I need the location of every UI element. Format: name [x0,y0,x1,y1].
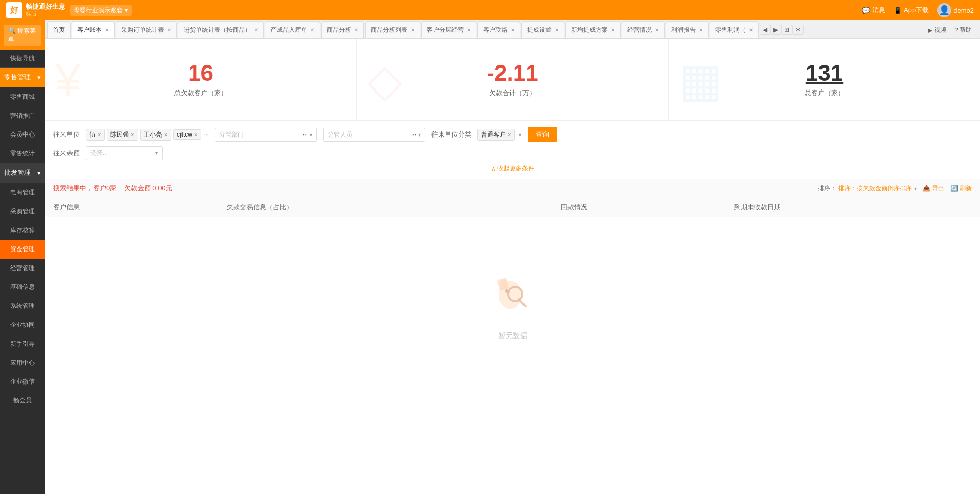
tab-close-retail-profit[interactable]: ✕ [749,27,753,33]
person-dropdown[interactable]: 分管人员 ··· ▾ [323,128,425,142]
tab-purchase-order[interactable]: 采购订单统计表 ✕ [116,21,177,38]
query-button[interactable]: 查询 [528,127,557,142]
refresh-btn[interactable]: 🔄 刷新 [950,184,972,193]
tab-nav-next[interactable]: ▶ [770,25,781,35]
col-credit-tx: 欠款交易信息（占比） [218,197,553,217]
sidebar-item-system[interactable]: 系统管理 [0,297,45,316]
unit-tag-chen-close[interactable]: ✕ [130,132,134,138]
sidebar-item-member-vip[interactable]: 畅会员 [0,391,45,410]
unit-tag-wu-close[interactable]: ✕ [97,132,101,138]
sidebar-item-members[interactable]: 会员中心 [0,125,45,144]
quick-nav-btn[interactable]: 快捷导航 [4,54,41,63]
tab-nav-prev[interactable]: ◀ [760,25,770,35]
tab-operation-status[interactable]: 经营情况 ✕ [622,21,665,38]
tab-close-customer-tier[interactable]: ✕ [467,27,471,33]
user-menu[interactable]: 👤 demo2 [937,3,974,17]
unit-tag-wang[interactable]: 王小亮 ✕ [140,129,171,141]
sidebar-item-inventory[interactable]: 库存核算 [0,221,45,240]
col-customer-info: 客户信息 [45,197,218,217]
top-bar-left: 好 畅捷通好生意 标版 母婴行业演示账套 ▾ [6,2,132,18]
unit-category-tag-normal[interactable]: 普通客户 ✕ [477,129,515,141]
table-header: 客户信息 欠款交易信息（占比） 回款情况 到期未收款日期 [45,197,980,217]
tab-expand-btn[interactable]: ⊞ [781,25,792,35]
tab-customer-book[interactable]: 客户账本 ✕ [72,21,115,38]
tab-cost-inbound[interactable]: 产成品入库单 ✕ [265,21,320,38]
export-btn[interactable]: 📤 导出 [923,184,944,193]
tab-retail-profit[interactable]: 零售利润（ ✕ [710,21,759,38]
message-btn[interactable]: 💬 消息 [862,6,885,15]
sidebar-item-operations[interactable]: 经营管理 [0,259,45,278]
user-avatar: 👤 [937,3,951,17]
sidebar-item-new-guide[interactable]: 新手引导 [0,334,45,353]
unit-tag-cjttcw-close[interactable]: ✕ [194,132,198,138]
stat-credit-customers-number[interactable]: 16 [188,62,213,84]
sidebar-item-marketing[interactable]: 营销推广 [0,106,45,125]
tab-close-operation[interactable]: ✕ [655,27,659,33]
tab-close-inbound[interactable]: ✕ [254,27,258,33]
balance-dropdown[interactable]: 选择... ▾ [86,146,163,160]
search-menu-btn[interactable]: 🔍 搜索菜单 [4,25,41,46]
stat-credit-customers-label: 总欠款客户（家） [174,88,227,98]
sidebar-item-retail-management[interactable]: 零售管理 ▾ [0,68,45,87]
stat-total-customers-number[interactable]: 131 [806,62,843,84]
tab-close-profit[interactable]: ✕ [699,27,703,33]
tab-close-new-improve[interactable]: ✕ [611,27,615,33]
tab-close-purchase-order[interactable]: ✕ [167,27,171,33]
tab-customer-contact[interactable]: 客户联络 ✕ [477,21,520,38]
empty-icon [487,264,538,325]
tab-inbound-stats[interactable]: 进货单统计表（按商品） ✕ [178,21,264,38]
tab-profit-report[interactable]: 利润报告 ✕ [666,21,709,38]
tab-goods-analysis[interactable]: 商品分析 ✕ [321,21,364,38]
tab-new-improve-plan[interactable]: 新增提成方案 ✕ [565,21,621,38]
unit-tag-cjttcw[interactable]: cjttcw ✕ [173,129,201,140]
logo-icon: 好 [6,2,22,18]
tab-close-goods-analysis-list[interactable]: ✕ [411,27,415,33]
sidebar-item-capital[interactable]: 资金管理 [0,240,45,259]
logo-subtitle: 标版 [26,10,65,18]
tab-close-all-btn[interactable]: ✕ [792,25,804,35]
logo-text-block: 畅捷通好生意 标版 [26,3,65,18]
stat-credit-amount-label: 欠款合计（万） [489,88,536,98]
sort-dropdown[interactable]: 排序： 排序：按欠款金额倒序排序 ▾ [818,184,917,193]
stat-icon-total: ▦ [679,53,722,106]
sidebar-item-app-center[interactable]: 应用中心 [0,353,45,372]
tab-improve-settings[interactable]: 提成设置 ✕ [521,21,564,38]
stat-icon-amount: ◇ [367,53,402,106]
unit-tag-wang-close[interactable]: ✕ [164,132,168,138]
retail-section: 零售管理 ▾ [0,68,45,87]
app-download-btn[interactable]: 📱 App下载 [894,6,929,15]
unit-category-label: 往来单位分类 [431,130,471,139]
department-dropdown[interactable]: 分管部门 ··· ▾ [215,128,317,142]
app-container: 好 畅捷通好生意 标版 母婴行业演示账套 ▾ 💬 消息 📱 App下载 [0,0,980,494]
unit-category-tag-close[interactable]: ✕ [507,132,511,138]
sidebar-item-purchase[interactable]: 采购管理 [0,202,45,221]
table-body: 暂无数据 [45,217,980,388]
collapse-filter-btn[interactable]: ∧ 收起更多条件 [53,164,972,173]
col-due-date: 到期未收款日期 [726,197,980,217]
tab-close-goods-analysis[interactable]: ✕ [354,27,358,33]
unit-tags-more[interactable]: ··· [203,131,209,138]
sidebar-item-enterprise-wechat[interactable]: 企业微信 [0,372,45,391]
tab-goods-analysis-list[interactable]: 商品分析列表 ✕ [365,21,420,38]
account-dropdown[interactable]: 母婴行业演示账套 ▾ [70,5,132,16]
tab-close-customer-contact[interactable]: ✕ [511,27,515,33]
sidebar-item-basic-info[interactable]: 基础信息 [0,278,45,297]
sidebar-item-enterprise-coop[interactable]: 企业协同 [0,316,45,334]
sidebar-item-retail-stats[interactable]: 零售统计 [0,144,45,163]
quick-nav-area: 快捷导航 [0,50,45,68]
stat-total-customers: ▦ 131 总客户（家） [669,39,980,120]
tab-close-improve-settings[interactable]: ✕ [555,27,559,33]
sidebar-item-retail-mall[interactable]: 零售商城 [0,87,45,106]
tab-customer-tier[interactable]: 客户分层经营 ✕ [421,21,476,38]
tab-close-customer-book[interactable]: ✕ [105,27,109,33]
sidebar-item-wholesale[interactable]: 批发管理 ▾ [0,163,45,183]
sidebar-item-ecommerce[interactable]: 电商管理 [0,183,45,202]
unit-tag-wu[interactable]: 伍 ✕ [86,129,105,141]
logo-text: 畅捷通好生意 [26,3,65,11]
unit-tag-chen[interactable]: 陈民强 ✕ [107,129,138,141]
empty-state-cell: 暂无数据 [45,217,980,388]
filter-bar: 往来单位 伍 ✕ 陈民强 ✕ 王小亮 [45,121,980,179]
tab-close-cost-inbound[interactable]: ✕ [310,27,314,33]
tab-home[interactable]: 首页 [47,21,71,38]
logo-area: 好 畅捷通好生意 标版 [6,2,65,18]
